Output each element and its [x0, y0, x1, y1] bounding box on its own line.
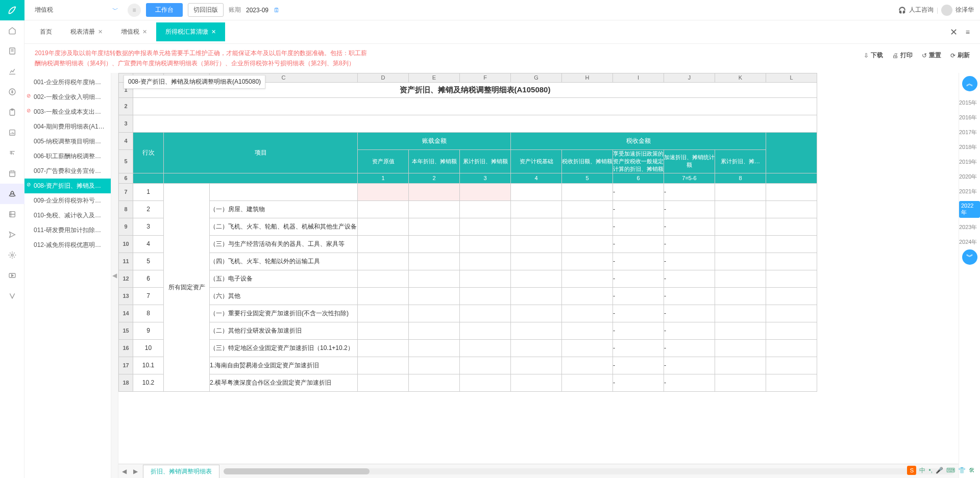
cell-item[interactable]: （六）其他 — [210, 287, 358, 305]
nav-money-icon[interactable] — [0, 82, 24, 102]
collapse-handle[interactable]: ◀ — [111, 73, 118, 478]
list-item[interactable]: 012-减免所得税优惠明细表(… — [24, 238, 111, 253]
cell[interactable]: - — [664, 253, 715, 270]
list-item[interactable]: 001-企业所得税年度纳税申… — [24, 75, 111, 90]
cell[interactable] — [715, 374, 766, 391]
cell-item[interactable]: （一）房屋、建筑物 — [210, 200, 358, 218]
ime-mic-icon[interactable]: 🎤 — [936, 467, 943, 474]
cell[interactable]: - — [613, 218, 664, 235]
tab-税表清册[interactable]: 税表清册✕ — [61, 22, 112, 41]
cell-item[interactable]: （一）重要行业固定资产加速折旧(不含一次性扣除) — [210, 305, 358, 322]
cell[interactable] — [409, 339, 460, 357]
cell[interactable] — [511, 183, 562, 200]
list-item[interactable]: 011-研发费用加计扣除优惠… — [24, 223, 111, 238]
ime-brand-icon[interactable]: S — [907, 466, 916, 475]
col-header[interactable]: K — [715, 73, 766, 82]
cell-rownum[interactable]: 10.1 — [133, 357, 164, 374]
cell[interactable] — [511, 270, 562, 287]
cell[interactable] — [460, 183, 511, 200]
list-item[interactable]: 002-一般企业收入明细表(A1… — [24, 90, 111, 105]
cell-item[interactable]: 1.海南自由贸易港企业固定资产加速折旧 — [210, 357, 358, 374]
list-item[interactable]: 005-纳税调整项目明细表(A1… — [24, 134, 111, 149]
cell[interactable] — [715, 218, 766, 235]
cell[interactable] — [460, 253, 511, 270]
company-dropdown[interactable]: 增值税 ﹀ — [31, 4, 122, 16]
cell-item[interactable]: （二）飞机、火车、轮船、机器、机械和其他生产设备 — [210, 218, 358, 235]
cell[interactable] — [460, 235, 511, 253]
nav-tt-icon[interactable] — [0, 143, 24, 163]
switch-old-button[interactable]: 切回旧版 — [188, 3, 224, 17]
cell[interactable] — [409, 357, 460, 374]
cell[interactable] — [358, 322, 409, 339]
tab-所得税汇算清缴[interactable]: 所得税汇算清缴✕ — [156, 22, 225, 41]
cell[interactable] — [715, 357, 766, 374]
year-2015年[interactable]: 2015年 — [959, 95, 980, 110]
cell[interactable] — [358, 357, 409, 374]
h-scrollbar[interactable] — [224, 468, 954, 474]
cell-item[interactable]: （五）电子设备 — [210, 270, 358, 287]
nav-tax-icon[interactable] — [0, 184, 24, 204]
cell-rownum[interactable]: 7 — [133, 287, 164, 305]
year-up-icon[interactable]: ︽ — [962, 76, 977, 91]
cell[interactable] — [409, 305, 460, 322]
cell[interactable] — [562, 374, 613, 391]
cell-rownum[interactable]: 10.2 — [133, 374, 164, 391]
ime-lang[interactable]: 中 — [919, 466, 925, 475]
year-2020年[interactable]: 2020年 — [959, 169, 980, 184]
cell[interactable]: - — [664, 218, 715, 235]
cell[interactable]: - — [664, 374, 715, 391]
cell[interactable] — [511, 235, 562, 253]
ime-keyboard-icon[interactable]: ⌨ — [946, 467, 955, 474]
cell[interactable] — [358, 287, 409, 305]
cell[interactable] — [460, 270, 511, 287]
sheet-nav-prev[interactable]: ▶ — [130, 468, 141, 475]
cell[interactable] — [358, 253, 409, 270]
col-header[interactable]: E — [409, 73, 460, 82]
cell[interactable] — [460, 218, 511, 235]
refresh-button[interactable]: ⟳ 刷新 — [950, 51, 970, 60]
cell[interactable] — [460, 305, 511, 322]
cell[interactable] — [715, 235, 766, 253]
cell[interactable] — [715, 270, 766, 287]
cell-item[interactable]: （二）其他行业研发设备加速折旧 — [210, 322, 358, 339]
year-down-icon[interactable]: ︾ — [962, 249, 977, 265]
consult-link[interactable]: 人工咨询 — [909, 6, 934, 14]
cell[interactable] — [460, 339, 511, 357]
col-header[interactable]: L — [766, 73, 817, 82]
cell[interactable] — [358, 305, 409, 322]
download-button[interactable]: ⇩ 下载 — [864, 51, 883, 60]
year-2016年[interactable]: 2016年 — [959, 110, 980, 125]
cell[interactable] — [511, 374, 562, 391]
cell[interactable]: - — [613, 374, 664, 391]
col-header[interactable]: G — [511, 73, 562, 82]
cell-rownum[interactable]: 5 — [133, 253, 164, 270]
tab-增值税[interactable]: 增值税✕ — [112, 22, 156, 41]
ime-tool-icon[interactable]: 🛠 — [969, 467, 975, 474]
cell[interactable] — [511, 287, 562, 305]
spreadsheet[interactable]: ABCDEFGHIJKL1资产折旧、摊销及纳税调整明细表(A105080)234… — [118, 73, 959, 464]
close-icon[interactable]: ✕ — [142, 29, 147, 35]
cell[interactable] — [562, 183, 613, 200]
nav-v-icon[interactable] — [0, 286, 24, 306]
cell[interactable] — [358, 374, 409, 391]
ime-punct-icon[interactable]: •, — [928, 467, 933, 474]
cell[interactable]: - — [664, 305, 715, 322]
list-item[interactable]: 004-期间费用明细表(A1040… — [24, 119, 111, 134]
cell[interactable] — [409, 183, 460, 200]
cell[interactable]: - — [613, 235, 664, 253]
cell[interactable]: - — [664, 200, 715, 218]
cell[interactable] — [358, 200, 409, 218]
close-all-icon[interactable]: ✕ — [946, 27, 962, 38]
cell[interactable]: - — [613, 253, 664, 270]
cell[interactable] — [562, 339, 613, 357]
year-2021年[interactable]: 2021年 — [959, 184, 980, 199]
col-header[interactable]: H — [562, 73, 613, 82]
year-2018年[interactable]: 2018年 — [959, 140, 980, 155]
cell[interactable] — [511, 322, 562, 339]
cell[interactable] — [511, 357, 562, 374]
nav-calendar-icon[interactable] — [0, 163, 24, 184]
cell-item[interactable]: （三）特定地区企业固定资产加速折旧（10.1+10.2） — [210, 339, 358, 357]
avatar[interactable] — [941, 5, 952, 16]
cell[interactable] — [715, 339, 766, 357]
cell[interactable] — [511, 218, 562, 235]
